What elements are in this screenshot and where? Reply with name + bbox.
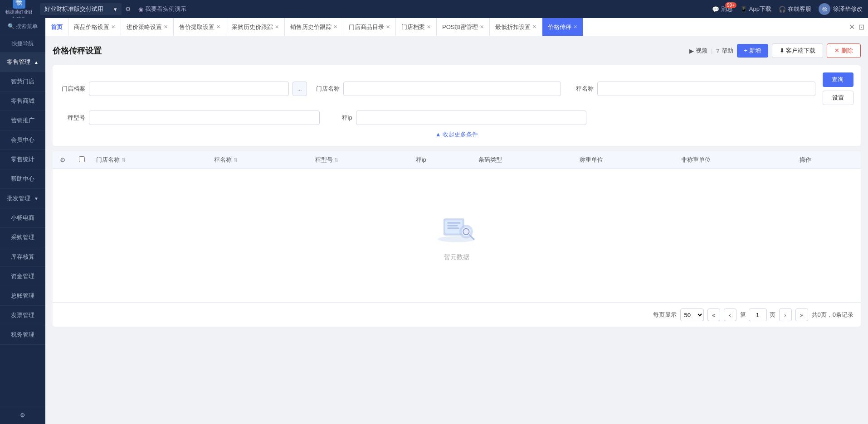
- sidebar-item-inventory[interactable]: 库存核算: [0, 247, 45, 267]
- tab-sales-history-close[interactable]: ✕: [333, 24, 337, 30]
- store-name-input[interactable]: [343, 82, 561, 96]
- video-button[interactable]: ▶ 视频: [689, 47, 707, 55]
- tab-store-catalog[interactable]: 门店商品目录 ✕: [343, 18, 396, 36]
- tab-home-label: 首页: [51, 23, 63, 31]
- store-file-input[interactable]: [89, 82, 289, 96]
- tab-pos-manage-close[interactable]: ✕: [480, 24, 484, 30]
- col-scale-ip-label: 秤ip: [416, 156, 426, 163]
- table-settings-button[interactable]: ⚙: [60, 156, 66, 164]
- last-page-icon: »: [800, 312, 803, 318]
- page-number-area: 算 页: [740, 308, 775, 321]
- sidebar-item-finance[interactable]: 资金管理: [0, 267, 45, 286]
- env-gear-icon[interactable]: ⚙: [125, 5, 131, 13]
- table-checkbox-col: [73, 151, 91, 169]
- sidebar-item-smart-store[interactable]: 智慧门店: [0, 72, 45, 92]
- tab-purchase-history-close[interactable]: ✕: [275, 24, 279, 30]
- scale-name-input[interactable]: [597, 82, 815, 96]
- collapse-button[interactable]: ▲ 收起更多条件: [435, 130, 478, 139]
- tab-purchase-strategy-close[interactable]: ✕: [164, 24, 168, 30]
- quick-nav-label: 快捷导航: [12, 40, 34, 47]
- sidebar-item-wholesale-manage[interactable]: 批发管理 ▼: [0, 189, 45, 208]
- col-store-name[interactable]: 门店名称: [91, 151, 209, 169]
- tab-min-discount-close[interactable]: ✕: [532, 24, 536, 30]
- col-scale-model[interactable]: 秤型号: [310, 151, 410, 169]
- svg-rect-4: [447, 225, 458, 226]
- smart-store-label: 智慧门店: [11, 77, 34, 86]
- sidebar-item-marketing[interactable]: 营销推广: [0, 111, 45, 130]
- sidebar-item-general-ledger[interactable]: 总账管理: [0, 286, 45, 306]
- page-input[interactable]: [749, 308, 767, 321]
- user-area[interactable]: 徐 徐泽华修改: [819, 3, 863, 15]
- tab-store-file-label: 门店档案: [401, 23, 425, 31]
- next-page-button[interactable]: ›: [779, 308, 792, 321]
- tab-price-scale-close[interactable]: ✕: [573, 24, 577, 30]
- sidebar: 🔍 搜索菜单 快捷导航 零售管理 ▲ 智慧门店 零售商城 营销推广 会员中心: [0, 18, 45, 424]
- empty-icon: [434, 210, 479, 246]
- sidebar-item-invoice[interactable]: 发票管理: [0, 306, 45, 325]
- messages-button[interactable]: 💬 消息 99+: [712, 5, 733, 13]
- add-button[interactable]: + 新增: [737, 44, 768, 58]
- store-file-ellipsis-button[interactable]: ...: [293, 82, 307, 96]
- last-page-button[interactable]: »: [795, 308, 808, 321]
- sidebar-search[interactable]: 🔍 搜索菜单: [0, 18, 45, 35]
- sidebar-item-member[interactable]: 会员中心: [0, 130, 45, 150]
- col-scale-name[interactable]: 秤名称: [209, 151, 309, 169]
- close-tab-button[interactable]: ✕: [849, 23, 855, 31]
- col-store-name-label: 门店名称: [96, 156, 120, 163]
- empty-state-cell: 暂元数据: [53, 169, 861, 303]
- app-download-button[interactable]: 📱 App下载: [740, 5, 771, 13]
- sidebar-item-purchase-manage[interactable]: 采购管理: [0, 228, 45, 247]
- query-button[interactable]: 查询: [823, 72, 853, 87]
- tab-sale-price[interactable]: 售价提取设置 ✕: [174, 18, 226, 36]
- tab-store-file[interactable]: 门店档案 ✕: [396, 18, 437, 36]
- demo-button[interactable]: ◉ 我要看实例演示: [138, 5, 186, 13]
- select-all-checkbox[interactable]: [79, 156, 85, 162]
- tab-store-catalog-close[interactable]: ✕: [386, 24, 390, 30]
- scale-model-input[interactable]: [89, 111, 320, 125]
- tab-home[interactable]: 首页: [45, 18, 68, 36]
- sidebar-item-retail-shop[interactable]: 零售商城: [0, 92, 45, 111]
- user-name: 徐泽华修改: [833, 5, 863, 13]
- tabs-bar: 首页 商品价格设置 ✕ 进价策略设置 ✕ 售价提取设置 ✕ 采购历史价跟踪 ✕: [45, 18, 868, 36]
- tab-purchase-history[interactable]: 采购历史价跟踪 ✕: [226, 18, 285, 36]
- sidebar-item-small-ecommerce[interactable]: 小畅电商: [0, 208, 45, 228]
- prev-page-button[interactable]: ‹: [724, 308, 736, 321]
- sidebar-item-retail-manage[interactable]: 零售管理 ▲: [0, 53, 45, 72]
- tab-purchase-strategy[interactable]: 进价策略设置 ✕: [121, 18, 174, 36]
- tab-commodity-price[interactable]: 商品价格设置 ✕: [68, 18, 121, 36]
- scale-ip-input[interactable]: [356, 111, 587, 125]
- tab-sales-history[interactable]: 销售历史价跟踪 ✕: [285, 18, 343, 36]
- scale-name-label: 秤名称: [568, 85, 594, 93]
- tab-store-catalog-label: 门店商品目录: [349, 23, 384, 31]
- sidebar-item-help-center[interactable]: 帮助中心: [0, 169, 45, 189]
- top-bar-right: 💬 消息 99+ 📱 App下载 🎧 在线客服 徐 徐泽华修改: [712, 3, 863, 15]
- sidebar-item-tax[interactable]: 税务管理: [0, 325, 45, 345]
- maximize-tab-button[interactable]: ⊡: [858, 23, 864, 31]
- col-scale-name-label: 秤名称: [214, 156, 232, 163]
- tab-min-discount[interactable]: 最低折扣设置 ✕: [490, 18, 542, 36]
- download-button[interactable]: ⬇ 客户端下载: [772, 43, 824, 58]
- inventory-label: 库存核算: [11, 253, 34, 261]
- search-icon: 🔍: [8, 23, 15, 29]
- support-label: 在线客服: [788, 5, 811, 13]
- env-selector-arrow: ▾: [114, 6, 117, 13]
- env-selector[interactable]: 好业财标准版交付试用 ▾: [40, 3, 122, 15]
- tab-price-scale[interactable]: 价格传秤 ✕: [542, 18, 583, 36]
- page-header: 价格传秤设置 ▶ 视频 | ? 帮助 + 新增: [53, 43, 861, 58]
- sidebar-settings-button[interactable]: ⚙: [0, 406, 45, 424]
- per-page-select[interactable]: 50 10 20 100: [680, 308, 704, 321]
- first-page-button[interactable]: «: [707, 308, 720, 321]
- sidebar-quick-nav[interactable]: 快捷导航: [0, 35, 45, 53]
- delete-button[interactable]: ✕ 删除: [827, 43, 861, 58]
- sidebar-item-retail-stats[interactable]: 零售统计: [0, 150, 45, 169]
- support-button[interactable]: 🎧 在线客服: [779, 5, 811, 13]
- tab-pos-manage[interactable]: POS加密管理 ✕: [437, 18, 490, 36]
- help-button[interactable]: ? 帮助: [716, 47, 733, 55]
- collapse-label: ▲ 收起更多条件: [435, 130, 478, 139]
- col-scale-model-label: 秤型号: [315, 156, 333, 163]
- tab-store-file-close[interactable]: ✕: [427, 24, 431, 30]
- tab-sale-price-close[interactable]: ✕: [216, 24, 220, 30]
- general-ledger-label: 总账管理: [11, 292, 34, 300]
- tab-commodity-price-close[interactable]: ✕: [111, 24, 115, 30]
- set-button[interactable]: 设置: [823, 91, 853, 105]
